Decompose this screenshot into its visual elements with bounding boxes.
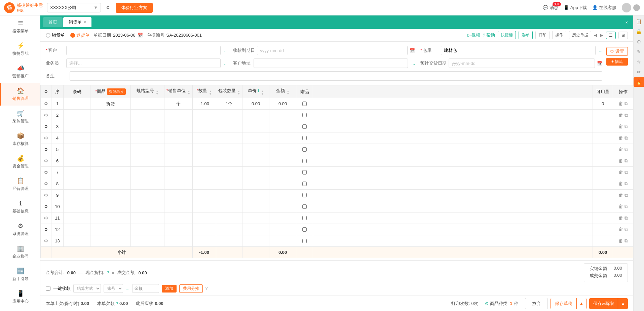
delivery-date-input[interactable]: yyyy-mm-dd [449, 59, 595, 68]
avatar2[interactable] [633, 4, 640, 11]
customer-dots[interactable]: ... [224, 48, 228, 53]
radio-return[interactable]: 退货单 [70, 32, 89, 38]
nav-prev-icon[interactable]: ◀ [594, 33, 597, 38]
nav-next-icon[interactable]: ▶ [600, 33, 603, 38]
sidebar-item-inventory[interactable]: 📦 库存核算 [0, 128, 40, 151]
company-selector[interactable]: XXXXXX公司 ▼ [47, 3, 101, 12]
company-settings-icon[interactable]: ⚙ [103, 3, 113, 13]
logistics-button[interactable]: + 物流 [606, 58, 628, 66]
sidebar-item-purchase[interactable]: 🛒 采购管理 [0, 106, 40, 128]
row2-gear[interactable]: ⚙ [41, 110, 51, 121]
sidebar-item-wechat[interactable]: 💬 企业微信 [0, 308, 40, 311]
panel-btn-6[interactable]: ✏ [634, 67, 644, 77]
salesperson-dots[interactable]: ... [224, 61, 228, 66]
save-draft-main[interactable]: 保存草稿 [551, 298, 576, 309]
note-input[interactable] [70, 71, 602, 81]
sidebar-item-system[interactable]: ⚙ 系统管理 [0, 218, 40, 241]
qty-sort-icon[interactable]: ▲▼ [209, 90, 212, 95]
spec-sort-icon[interactable]: ▲▼ [156, 90, 158, 95]
panel-btn-1[interactable]: 📋 [634, 17, 644, 26]
customer-addr-input[interactable] [254, 59, 408, 68]
sidebar-item-enterprise[interactable]: 🏢 企业协同 [0, 241, 40, 263]
settings-button[interactable]: ⚙ 设置 [606, 47, 628, 56]
print-btn[interactable]: 打印 [535, 31, 550, 39]
row1-unit[interactable]: 个 [164, 98, 193, 110]
warehouse-input[interactable]: 建材仓 [441, 46, 595, 55]
app-download-button[interactable]: 📱 App下载 [564, 5, 587, 11]
customer-input[interactable] [66, 46, 221, 55]
message-button[interactable]: 💬 消息 99+ [543, 5, 558, 11]
panel-btn-5[interactable]: ☆ [634, 57, 644, 67]
amount-input[interactable] [132, 284, 159, 293]
row1-delete-icon[interactable]: 🗑 [618, 101, 623, 107]
fee-help-icon[interactable]: ? [205, 286, 208, 291]
save-new-main[interactable]: 保存&新增 [589, 298, 618, 309]
tab-home[interactable]: 首页 [43, 17, 63, 27]
account-select[interactable]: 账号 [104, 284, 123, 293]
sidebar-item-capital[interactable]: 💰 资金管理 [0, 151, 40, 173]
video-btn[interactable]: ▷ 视频 [467, 32, 480, 38]
trial-button[interactable]: 体验行业方案 [116, 3, 153, 13]
unit-sort-icon[interactable]: ▲▼ [188, 90, 190, 95]
row1-spec[interactable] [131, 98, 164, 110]
avatar[interactable] [622, 3, 631, 12]
online-service-button[interactable]: 👤 在线客服 [592, 5, 616, 11]
col-gear-header[interactable]: ⚙ [41, 85, 51, 98]
sidebar-item-sales[interactable]: 🏠 销售管理 [0, 83, 40, 106]
row1-gift-checkbox[interactable] [302, 102, 307, 106]
sidebar-item-basic[interactable]: ℹ 基础信息 [0, 196, 40, 218]
discount-info-icon[interactable]: ? [107, 270, 109, 275]
grid-view-btn[interactable]: ⊞ [618, 32, 628, 39]
row1-amount[interactable]: 0.00 [269, 98, 296, 110]
sidebar-item-guide[interactable]: 🆕 新手引导 [0, 263, 40, 286]
tab-sales-order[interactable]: 销货单 × [63, 17, 91, 27]
tab-bar-close-btn[interactable]: × [622, 20, 631, 25]
pkg-sort-icon[interactable]: ▲▼ [237, 90, 240, 95]
amount-sort-icon[interactable]: ▲▼ [287, 90, 290, 95]
select-order-btn[interactable]: 选单 [519, 31, 533, 39]
scan-barcode-btn[interactable]: 扫码录入 [107, 88, 126, 95]
customer-addr-dots[interactable]: ... [411, 61, 415, 66]
price-info-icon[interactable]: ℹ [258, 89, 259, 93]
panel-btn-4[interactable]: ✎ [634, 47, 644, 56]
row1-price[interactable]: 0.00 [242, 98, 269, 110]
row1-gift[interactable] [296, 98, 313, 110]
payment-date-input[interactable]: yyyy-mm-dd [257, 46, 408, 55]
operation-btn[interactable]: 操作 [552, 31, 566, 39]
list-view-btn[interactable]: ☰ [606, 32, 616, 39]
help-btn[interactable]: ? 帮助 [483, 32, 495, 38]
one-click-payment-checkbox[interactable] [46, 286, 50, 291]
panel-btn-7[interactable]: 🔥 [634, 77, 644, 87]
salesperson-input[interactable]: 选择... [66, 59, 221, 68]
price-sort-icon[interactable]: ▲▼ [261, 90, 264, 95]
row1-qty[interactable]: -1.00 [192, 98, 216, 110]
balance-total-info-icon[interactable]: ? [116, 302, 118, 306]
panel-btn-3[interactable]: ⊕ [634, 37, 644, 46]
panel-btn-2[interactable]: 🔒 [634, 27, 644, 36]
shortcut-btn[interactable]: 快捷键 [498, 31, 516, 39]
sidebar-item-search[interactable]: ☰ 搜索菜单 [0, 15, 40, 38]
row1-copy-icon[interactable]: ⧉ [624, 101, 628, 107]
row1-gear[interactable]: ⚙ [41, 98, 51, 110]
save-draft-arrow[interactable]: ▲ [576, 298, 586, 309]
row1-product[interactable]: 拆货 [90, 98, 131, 110]
sidebar-item-ops[interactable]: 📋 经营管理 [0, 173, 40, 196]
payment-calendar-icon[interactable]: 📅 [410, 48, 415, 53]
sidebar-item-quick-nav[interactable]: ⚡ 快捷导航 [0, 38, 40, 61]
warehouse-dots[interactable]: ... [599, 48, 603, 53]
row1-barcode[interactable] [64, 98, 90, 110]
history-btn[interactable]: 历史单据 [569, 31, 591, 39]
sidebar-item-marketing[interactable]: 📣 营销推广 [0, 61, 40, 83]
discard-button[interactable]: 放弃 [525, 298, 548, 309]
calendar-icon[interactable]: 📅 [138, 33, 143, 38]
sidebar-item-app[interactable]: 📱 应用中心 [0, 286, 40, 308]
account-dots[interactable]: ... [126, 286, 129, 291]
save-new-arrow[interactable]: ▲ [618, 298, 628, 309]
delivery-calendar-icon[interactable]: 📅 [597, 61, 602, 66]
add-payment-btn[interactable]: 添加 [162, 285, 177, 293]
tab-close-icon[interactable]: × [84, 20, 86, 25]
fee-split-btn[interactable]: 费用分摊 [179, 284, 203, 293]
row1-pkgqty[interactable]: 1个 [216, 98, 242, 110]
radio-sales[interactable]: 销货单 [46, 32, 65, 38]
calc-method-select[interactable]: 结算方式 [73, 284, 101, 293]
